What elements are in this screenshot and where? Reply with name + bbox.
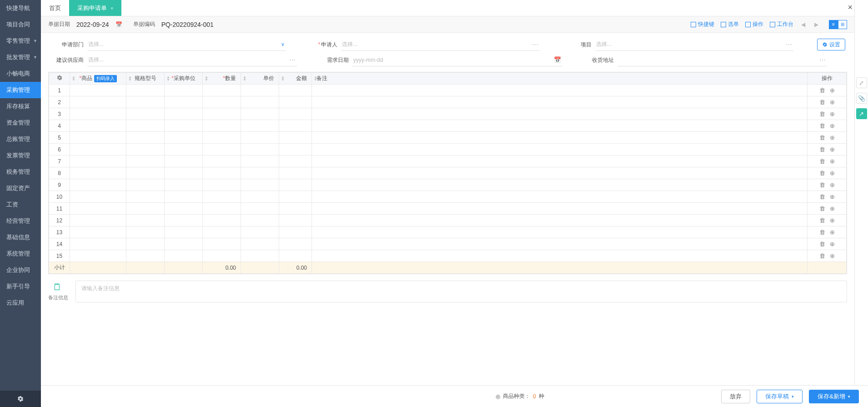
- table-row[interactable]: 1🗑⊕: [49, 85, 847, 96]
- cell[interactable]: [279, 156, 312, 167]
- rail-share-icon[interactable]: ↗: [856, 108, 867, 119]
- delete-row-icon[interactable]: 🗑: [819, 241, 825, 247]
- col-amount[interactable]: ▲▼金额: [279, 73, 312, 85]
- cell[interactable]: [126, 179, 165, 191]
- cell[interactable]: [165, 96, 203, 108]
- cell[interactable]: [279, 132, 312, 144]
- cell[interactable]: [203, 132, 241, 144]
- cell[interactable]: [241, 238, 279, 250]
- sidebar-item-8[interactable]: 总账管理: [0, 131, 41, 147]
- add-row-icon[interactable]: ⊕: [830, 193, 835, 200]
- cell[interactable]: [126, 167, 165, 179]
- header-link-3[interactable]: 工作台: [770, 20, 793, 28]
- sidebar-item-0[interactable]: 快捷导航: [0, 0, 41, 16]
- cell[interactable]: [241, 120, 279, 132]
- cell[interactable]: [241, 167, 279, 179]
- cell[interactable]: [203, 238, 241, 250]
- sort-icon[interactable]: ▲▼: [128, 76, 132, 81]
- cell[interactable]: [165, 250, 203, 262]
- cell[interactable]: [70, 144, 126, 156]
- cell[interactable]: [126, 226, 165, 238]
- sort-icon[interactable]: ▲▼: [243, 76, 246, 81]
- save-draft-button[interactable]: 保存草稿▾: [757, 390, 803, 403]
- table-row[interactable]: 3🗑⊕: [49, 108, 847, 120]
- cell[interactable]: [165, 179, 203, 191]
- delete-row-icon[interactable]: 🗑: [819, 158, 825, 165]
- cell[interactable]: [241, 85, 279, 96]
- cell[interactable]: [126, 191, 165, 203]
- cell[interactable]: [312, 238, 808, 250]
- tab-1[interactable]: 采购申请单×: [69, 0, 121, 16]
- delete-row-icon[interactable]: 🗑: [819, 111, 825, 117]
- cell[interactable]: [312, 144, 808, 156]
- sidebar-settings[interactable]: [0, 391, 41, 407]
- cell[interactable]: [70, 250, 126, 262]
- remark-input[interactable]: 请输入备注信息: [75, 281, 847, 302]
- table-row[interactable]: 6🗑⊕: [49, 144, 847, 156]
- cell[interactable]: [203, 215, 241, 226]
- cell[interactable]: [126, 132, 165, 144]
- sidebar-item-3[interactable]: 批发管理▼: [0, 49, 41, 65]
- sidebar-item-13[interactable]: 经营管理: [0, 213, 41, 229]
- sidebar-item-2[interactable]: 零售管理▼: [0, 33, 41, 49]
- cell[interactable]: [126, 250, 165, 262]
- cell[interactable]: [126, 156, 165, 167]
- cell[interactable]: [126, 203, 165, 215]
- header-link-2[interactable]: 操作: [745, 20, 763, 28]
- cell[interactable]: [165, 203, 203, 215]
- table-row[interactable]: 15🗑⊕: [49, 250, 847, 262]
- delete-row-icon[interactable]: 🗑: [819, 193, 825, 200]
- cell[interactable]: [279, 179, 312, 191]
- cell[interactable]: [203, 250, 241, 262]
- field-input[interactable]: 选择...⋯: [87, 54, 297, 66]
- cell[interactable]: [312, 250, 808, 262]
- cell[interactable]: [165, 108, 203, 120]
- table-row[interactable]: 13🗑⊕: [49, 226, 847, 238]
- add-row-icon[interactable]: ⊕: [830, 122, 835, 129]
- sidebar-item-10[interactable]: 税务管理: [0, 164, 41, 180]
- cell[interactable]: [241, 203, 279, 215]
- table-row[interactable]: 14🗑⊕: [49, 238, 847, 250]
- add-row-icon[interactable]: ⊕: [830, 134, 835, 141]
- cell[interactable]: [165, 167, 203, 179]
- field-input[interactable]: ⋯: [617, 54, 827, 66]
- cell[interactable]: [165, 120, 203, 132]
- header-link-0[interactable]: 快捷键: [691, 20, 714, 28]
- cell[interactable]: [279, 96, 312, 108]
- cell[interactable]: [203, 203, 241, 215]
- sidebar-item-4[interactable]: 小畅电商: [0, 65, 41, 82]
- cell[interactable]: [165, 226, 203, 238]
- cell[interactable]: [203, 108, 241, 120]
- cell[interactable]: [203, 167, 241, 179]
- sidebar-item-18[interactable]: 云应用: [0, 295, 41, 311]
- field-input[interactable]: yyyy-mm-dd📅: [352, 54, 562, 66]
- cell[interactable]: [279, 85, 312, 96]
- table-row[interactable]: 4🗑⊕: [49, 120, 847, 132]
- cell[interactable]: [70, 108, 126, 120]
- sort-icon[interactable]: ▲▼: [314, 76, 317, 81]
- table-row[interactable]: 2🗑⊕: [49, 96, 847, 108]
- sidebar-item-16[interactable]: 企业协同: [0, 262, 41, 278]
- cell[interactable]: [70, 215, 126, 226]
- col-spec[interactable]: ▲▼规格型号: [126, 73, 165, 85]
- add-row-icon[interactable]: ⊕: [830, 252, 835, 259]
- col-product[interactable]: ▲▼*商品扫码录入: [70, 73, 126, 85]
- cell[interactable]: [126, 108, 165, 120]
- cell[interactable]: [241, 144, 279, 156]
- cell[interactable]: [312, 167, 808, 179]
- delete-row-icon[interactable]: 🗑: [819, 87, 825, 94]
- chevron-down-icon[interactable]: ∨: [281, 41, 285, 47]
- cell[interactable]: [203, 156, 241, 167]
- delete-row-icon[interactable]: 🗑: [819, 217, 825, 224]
- col-qty[interactable]: ▲▼*数量: [203, 73, 241, 85]
- sort-icon[interactable]: ▲▼: [166, 76, 170, 81]
- cell[interactable]: [203, 85, 241, 96]
- cell[interactable]: [312, 132, 808, 144]
- cell[interactable]: [126, 144, 165, 156]
- table-row[interactable]: 5🗑⊕: [49, 132, 847, 144]
- delete-row-icon[interactable]: 🗑: [819, 252, 825, 259]
- form-settings-button[interactable]: 设置: [817, 39, 845, 50]
- delete-row-icon[interactable]: 🗑: [819, 99, 825, 106]
- cell[interactable]: [279, 250, 312, 262]
- delete-row-icon[interactable]: 🗑: [819, 134, 825, 141]
